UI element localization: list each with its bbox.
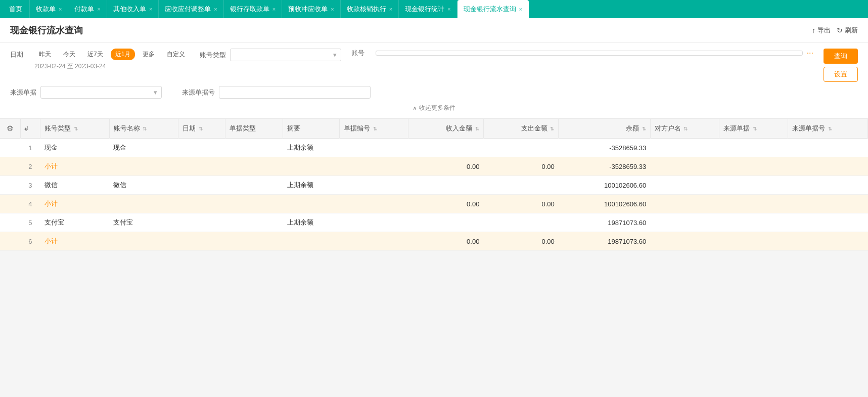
date-btn-yesterday[interactable]: 昨天 bbox=[34, 49, 56, 60]
col-balance[interactable]: 余额 ⇅ bbox=[559, 119, 650, 139]
date-btn-today[interactable]: 今天 bbox=[59, 49, 80, 60]
cell-doc-type-2 bbox=[225, 176, 283, 195]
date-filter-label: 日期 bbox=[10, 50, 30, 59]
col-source-doc[interactable]: 来源单据 ⇅ bbox=[719, 119, 788, 139]
setting-button[interactable]: 设置 bbox=[824, 67, 858, 82]
cell-balance-4: 19871073.60 bbox=[559, 213, 650, 232]
cell-date-0 bbox=[178, 139, 225, 157]
cell-income-2 bbox=[408, 176, 483, 195]
close-icon-collection[interactable]: × bbox=[389, 6, 392, 12]
source-doc-no-input[interactable] bbox=[219, 86, 371, 99]
source-doc-select[interactable]: ▾ bbox=[40, 86, 162, 99]
account-select[interactable] bbox=[376, 51, 802, 56]
sort-icon-source-doc: ⇅ bbox=[753, 126, 757, 131]
date-btn-7days[interactable]: 近7天 bbox=[83, 49, 108, 60]
cell-index-5: 6 bbox=[20, 232, 40, 251]
nav-item-bank-deposit[interactable]: 银行存取款单 × bbox=[224, 0, 282, 18]
cell-account-type-5: 小计 bbox=[40, 232, 109, 251]
col-account-name-label: 账号名称 bbox=[114, 124, 140, 132]
close-icon-bank-deposit[interactable]: × bbox=[272, 6, 276, 12]
close-icon-cash-flow[interactable]: × bbox=[519, 6, 522, 12]
nav-item-other-income[interactable]: 其他收入单 × bbox=[107, 0, 159, 18]
sort-icon-date: ⇅ bbox=[199, 126, 203, 131]
sort-icon-account-name: ⇅ bbox=[143, 126, 147, 131]
cell-gear-3 bbox=[0, 195, 20, 213]
col-summary: 摘要 bbox=[283, 119, 340, 139]
col-expense-label: 支出金额 bbox=[521, 124, 547, 132]
cell-source-doc-0 bbox=[719, 139, 788, 157]
cell-index-0: 1 bbox=[20, 139, 40, 157]
date-btn-more[interactable]: 更多 bbox=[138, 49, 159, 60]
col-account-name[interactable]: 账号名称 ⇅ bbox=[109, 119, 178, 139]
cell-doc-no-0 bbox=[340, 139, 408, 157]
col-doc-type-label: 单据类型 bbox=[230, 124, 256, 132]
top-nav: 首页 收款单 × 付款单 × 其他收入单 × 应收应付调整单 × 银行存取款单 … bbox=[0, 0, 868, 18]
nav-item-receipt[interactable]: 收款单 × bbox=[30, 0, 68, 18]
cell-income-4 bbox=[408, 213, 483, 232]
date-btn-custom[interactable]: 自定义 bbox=[162, 49, 190, 60]
cell-doc-no-4 bbox=[340, 213, 408, 232]
cell-account-type-1: 小计 bbox=[40, 157, 109, 176]
page-title: 现金银行流水查询 bbox=[10, 24, 83, 36]
cell-source-doc-5 bbox=[719, 232, 788, 251]
cell-account-type-4: 支付宝 bbox=[40, 213, 109, 232]
cell-gear-4 bbox=[0, 213, 20, 232]
close-icon-receipt[interactable]: × bbox=[59, 6, 62, 12]
col-counterparty[interactable]: 对方户名 ⇅ bbox=[650, 119, 719, 139]
col-expense[interactable]: 支出金额 ⇅ bbox=[483, 119, 558, 139]
nav-item-payment[interactable]: 付款单 × bbox=[68, 0, 107, 18]
cell-expense-5: 0.00 bbox=[483, 232, 558, 251]
col-account-type-label: 账号类型 bbox=[44, 124, 71, 132]
cell-account-type-0: 现金 bbox=[40, 139, 109, 157]
cell-account-name-0: 现金 bbox=[109, 139, 178, 157]
close-icon-cash-stat[interactable]: × bbox=[447, 6, 450, 12]
col-account-type[interactable]: 账号类型 ⇅ bbox=[40, 119, 109, 139]
gear-icon[interactable]: ⚙ bbox=[7, 124, 13, 133]
close-icon-other-income[interactable]: × bbox=[149, 6, 152, 12]
date-btn-1month[interactable]: 近1月 bbox=[111, 49, 135, 60]
col-income[interactable]: 收入金额 ⇅ bbox=[408, 119, 483, 139]
table-row: 1 现金 现金 上期余额 -3528659.33 bbox=[0, 139, 868, 157]
cell-account-name-3 bbox=[109, 195, 178, 213]
cell-expense-2 bbox=[483, 176, 558, 195]
col-income-label: 收入金额 bbox=[446, 124, 472, 132]
col-date[interactable]: 日期 ⇅ bbox=[178, 119, 225, 139]
cell-source-doc-no-3 bbox=[788, 195, 868, 213]
nav-item-prepayment[interactable]: 预收冲应收单 × bbox=[282, 0, 340, 18]
collapse-label: 收起更多条件 bbox=[419, 104, 455, 112]
nav-item-home[interactable]: 首页 bbox=[2, 0, 30, 18]
refresh-button[interactable]: ↻ 刷新 bbox=[837, 26, 858, 35]
cell-source-doc-3 bbox=[719, 195, 788, 213]
cell-income-3: 0.00 bbox=[408, 195, 483, 213]
nav-label-cash-flow: 现金银行流水查询 bbox=[464, 5, 516, 14]
cell-doc-type-3 bbox=[225, 195, 283, 213]
nav-item-cash-flow[interactable]: 现金银行流水查询 × bbox=[458, 0, 529, 18]
cell-doc-type-5 bbox=[225, 232, 283, 251]
cell-expense-3: 0.00 bbox=[483, 195, 558, 213]
cell-doc-type-1 bbox=[225, 157, 283, 176]
cell-counterparty-4 bbox=[650, 213, 719, 232]
close-icon-payment[interactable]: × bbox=[97, 6, 100, 12]
export-button[interactable]: ↑ 导出 bbox=[812, 26, 831, 35]
cell-doc-type-4 bbox=[225, 213, 283, 232]
sort-icon-counterparty: ⇅ bbox=[683, 126, 688, 131]
collapse-bar[interactable]: ∧ 收起更多条件 bbox=[10, 102, 858, 114]
cell-gear-2 bbox=[0, 176, 20, 195]
cell-summary-3 bbox=[283, 195, 340, 213]
account-type-select[interactable]: ▾ bbox=[230, 49, 341, 61]
col-gear[interactable]: ⚙ bbox=[0, 119, 20, 139]
query-button[interactable]: 查询 bbox=[824, 49, 858, 64]
nav-label-payment: 付款单 bbox=[74, 5, 94, 14]
refresh-icon: ↻ bbox=[837, 26, 843, 34]
data-table: ⚙ # 账号类型 ⇅ 账号名称 ⇅ 日期 ⇅ 单据类型 bbox=[0, 119, 868, 251]
account-more-icon[interactable]: ··· bbox=[807, 49, 813, 58]
close-icon-prepayment[interactable]: × bbox=[331, 6, 334, 12]
nav-item-collection[interactable]: 收款核销执行 × bbox=[341, 0, 399, 18]
col-doc-no[interactable]: 单据编号 ⇅ bbox=[340, 119, 408, 139]
col-source-doc-no[interactable]: 来源单据号 ⇅ bbox=[788, 119, 868, 139]
nav-item-ar-ap-adjust[interactable]: 应收应付调整单 × bbox=[159, 0, 223, 18]
close-icon-ar-ap-adjust[interactable]: × bbox=[214, 6, 217, 12]
cell-account-name-1 bbox=[109, 157, 178, 176]
cell-income-1: 0.00 bbox=[408, 157, 483, 176]
nav-item-cash-stat[interactable]: 现金银行统计 × bbox=[399, 0, 457, 18]
